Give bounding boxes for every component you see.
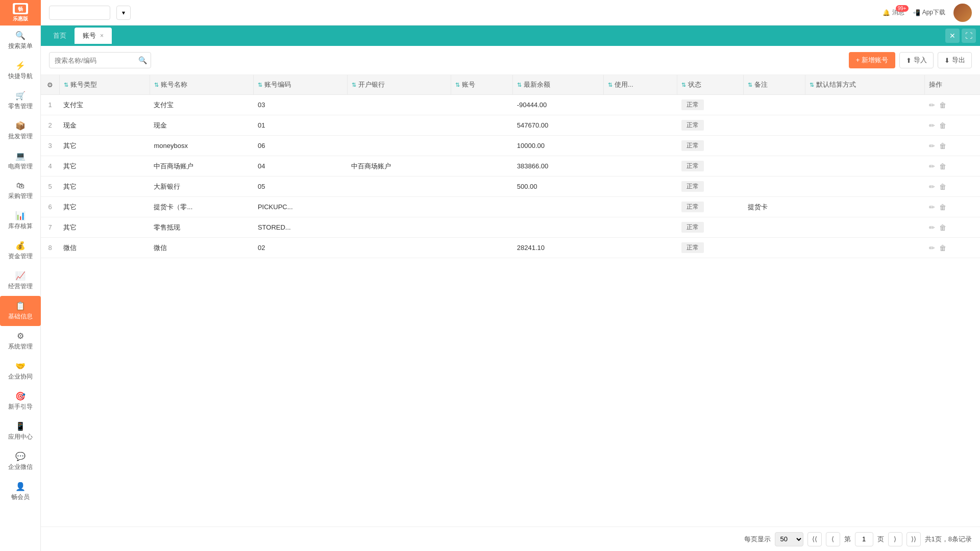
sidebar-item-finance[interactable]: 💰 资金管理 — [0, 236, 41, 266]
page-size-select[interactable]: 50 20 100 — [775, 532, 803, 546]
th-settlement[interactable]: ⇅ 默认结算方式 — [805, 75, 925, 95]
logo-icon: 畅 — [13, 3, 28, 14]
purchase-icon: 🛍 — [16, 181, 24, 190]
cell-name: moneybosx — [150, 136, 253, 156]
edit-icon[interactable]: ✏ — [929, 101, 935, 109]
app-download-button[interactable]: 📲 App下载 — [913, 8, 945, 17]
cell-status: 正常 — [677, 156, 744, 177]
cell-name: 零售抵现 — [150, 217, 253, 238]
th-settings[interactable]: ⚙ — [41, 75, 59, 95]
cell-balance: -90444.00 — [513, 95, 603, 115]
sidebar-item-wholesale[interactable]: 📦 批发管理 — [0, 116, 41, 146]
toolbar-right: + 新增账号 ⬆ 导入 ⬇ 导出 — [849, 52, 972, 68]
notification-button[interactable]: 🔔 消息 99+ — [883, 8, 904, 17]
th-bank[interactable]: ⇅ 开户银行 — [347, 75, 451, 95]
th-note[interactable]: ⇅ 备注 — [744, 75, 805, 95]
sidebar-item-basic-info[interactable]: 📋 基础信息 — [0, 296, 41, 326]
table-row: 1 支付宝 支付宝 03 -90444.00 正常 ✏ 🗑 — [41, 95, 980, 115]
sidebar-item-search-menu[interactable]: 🔍 搜索菜单 — [0, 26, 41, 56]
notification-badge: 99+ — [896, 5, 909, 12]
sidebar-item-agreement[interactable]: 🤝 企业协同 — [0, 356, 41, 386]
sidebar-item-purchase[interactable]: 🛍 采购管理 — [0, 176, 41, 206]
tab-fullscreen-button[interactable]: ⛶ — [962, 29, 976, 43]
tab-close-icon[interactable]: × — [100, 32, 104, 39]
top-search-input[interactable] — [49, 6, 110, 20]
th-name[interactable]: ⇅ 账号名称 — [150, 75, 253, 95]
th-usage[interactable]: ⇅ 使用... — [603, 75, 677, 95]
edit-icon[interactable]: ✏ — [929, 223, 935, 232]
edit-icon[interactable]: ✏ — [929, 121, 935, 130]
sidebar-item-retail[interactable]: 🛒 零售管理 — [0, 86, 41, 116]
cell-type: 其它 — [59, 136, 150, 156]
delete-icon[interactable]: 🗑 — [939, 101, 946, 109]
next-page-button[interactable]: ⟩ — [888, 532, 902, 546]
th-status[interactable]: ⇅ 状态 — [677, 75, 744, 95]
sidebar-item-enterprise-wechat[interactable]: 💬 企业微信 — [0, 446, 41, 477]
tab-close-all-button[interactable]: ✕ — [945, 29, 960, 43]
edit-icon[interactable]: ✏ — [929, 142, 935, 150]
header-left: ▾ — [49, 6, 131, 20]
cell-code: 03 — [254, 95, 347, 115]
edit-icon[interactable]: ✏ — [929, 203, 935, 211]
th-type[interactable]: ⇅ 账号类型 — [59, 75, 150, 95]
sidebar: 畅 乐惠版 🔍 搜索菜单 ⚡ 快捷导航 🛒 零售管理 📦 批发管理 💻 电商管理… — [0, 0, 41, 551]
import-button[interactable]: ⬆ 导入 — [899, 52, 934, 68]
sidebar-item-operations[interactable]: 📈 经营管理 — [0, 266, 41, 296]
delete-icon[interactable]: 🗑 — [939, 183, 946, 191]
guide-icon: 🎯 — [15, 391, 26, 401]
tab-account-label: 账号 — [83, 31, 96, 40]
edit-icon[interactable]: ✏ — [929, 162, 935, 170]
cell-balance: 500.00 — [513, 177, 603, 197]
sidebar-item-guide[interactable]: 🎯 新手引导 — [0, 386, 41, 416]
dropdown-button[interactable]: ▾ — [116, 6, 131, 20]
edit-icon[interactable]: ✏ — [929, 183, 935, 191]
app-download-label: App下载 — [922, 8, 945, 17]
membership-icon: 👤 — [15, 482, 26, 491]
inventory-icon: 📊 — [15, 211, 26, 220]
edit-icon[interactable]: ✏ — [929, 244, 935, 252]
import-label: 导入 — [914, 56, 927, 65]
search-input[interactable] — [49, 52, 151, 68]
delete-icon[interactable]: 🗑 — [939, 121, 946, 130]
delete-icon[interactable]: 🗑 — [939, 142, 946, 150]
sidebar-item-app-center[interactable]: 📱 应用中心 — [0, 416, 41, 446]
cell-balance — [513, 217, 603, 238]
cell-status: 正常 — [677, 217, 744, 238]
th-account[interactable]: ⇅ 账号 — [451, 75, 513, 95]
add-account-button[interactable]: + 新增账号 — [849, 52, 895, 68]
status-badge: 正常 — [681, 202, 704, 212]
avatar[interactable] — [953, 4, 972, 22]
sidebar-item-inventory[interactable]: 📊 库存核算 — [0, 206, 41, 236]
sidebar-item-label: 采购管理 — [8, 192, 33, 201]
tab-home[interactable]: 首页 — [45, 28, 75, 44]
delete-icon[interactable]: 🗑 — [939, 162, 946, 170]
cell-type: 微信 — [59, 238, 150, 258]
cell-bank — [347, 197, 451, 217]
sidebar-item-system[interactable]: ⚙ 系统管理 — [0, 326, 41, 356]
table-row: 6 其它 提货卡（零... PICKUPC... 正常 提货卡 ✏ 🗑 — [41, 197, 980, 217]
th-balance[interactable]: ⇅ 最新余额 — [513, 75, 603, 95]
cell-bank: 中百商场账户 — [347, 156, 451, 177]
th-settlement-label: 默认结算方式 — [816, 80, 856, 89]
prev-page-button[interactable]: ⟨ — [826, 532, 840, 546]
delete-icon[interactable]: 🗑 — [939, 203, 946, 211]
table-row: 5 其它 大新银行 05 500.00 正常 ✏ 🗑 — [41, 177, 980, 197]
first-page-button[interactable]: ⟨⟨ — [807, 532, 822, 546]
sidebar-item-membership[interactable]: 👤 畅会员 — [0, 477, 41, 507]
th-code[interactable]: ⇅ 账号编码 — [254, 75, 347, 95]
cell-usage — [603, 217, 677, 238]
sidebar-item-quick-nav[interactable]: ⚡ 快捷导航 — [0, 56, 41, 86]
sidebar-item-ecommerce[interactable]: 💻 电商管理 — [0, 146, 41, 176]
cell-num: 6 — [41, 197, 59, 217]
tab-bar-actions: ✕ ⛶ — [945, 29, 976, 43]
page-input[interactable] — [855, 532, 873, 546]
delete-icon[interactable]: 🗑 — [939, 244, 946, 252]
tab-account[interactable]: 账号 × — [75, 28, 112, 44]
delete-icon[interactable]: 🗑 — [939, 223, 946, 232]
retail-icon: 🛒 — [15, 91, 26, 101]
sort-icon: ⇅ — [608, 82, 612, 88]
sort-icon: ⇅ — [154, 82, 159, 88]
cell-settlement — [805, 156, 925, 177]
last-page-button[interactable]: ⟩⟩ — [906, 532, 921, 546]
export-button[interactable]: ⬇ 导出 — [938, 52, 972, 68]
